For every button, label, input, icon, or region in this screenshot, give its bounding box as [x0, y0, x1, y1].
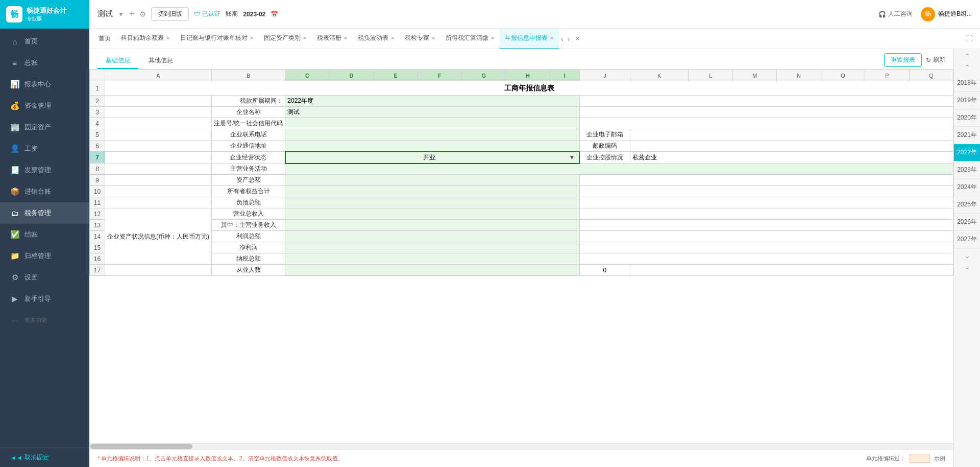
sidebar-item-tax[interactable]: 🗂 税务管理 — [0, 202, 89, 224]
cell-5K[interactable] — [630, 129, 953, 141]
sidebar-item-more[interactable]: ··· 更多功能 — [0, 310, 89, 331]
cell-5C[interactable] — [285, 129, 580, 141]
col-header-Q[interactable]: Q — [909, 70, 953, 81]
tab-prev-button[interactable]: ‹ — [559, 35, 566, 43]
tab-annualreport[interactable]: 年报信息申报表 ✕ — [500, 29, 559, 49]
cell-2C[interactable]: 2022年度 — [285, 96, 580, 107]
cell-6A[interactable] — [105, 141, 212, 152]
old-version-button[interactable]: 切到旧版 — [151, 7, 189, 21]
cell-11A[interactable] — [105, 197, 212, 208]
subtab-other[interactable]: 其他信息 — [140, 53, 181, 69]
cell-8C[interactable] — [285, 164, 953, 175]
cell-10J[interactable] — [579, 186, 953, 197]
year-item-2025[interactable]: 2025年 — [954, 196, 980, 214]
tab-journal-close[interactable]: ✕ — [250, 35, 254, 41]
cell-8A[interactable] — [105, 164, 212, 175]
cell-4A[interactable] — [105, 118, 212, 129]
col-header-A[interactable]: A — [105, 70, 212, 81]
cell-11J[interactable] — [579, 197, 953, 208]
year-down2-button[interactable]: ⌄ — [963, 262, 971, 272]
tab-aux-close[interactable]: ✕ — [166, 35, 170, 41]
year-item-2019[interactable]: 2019年 — [954, 92, 980, 109]
col-header-B[interactable]: B — [212, 70, 285, 81]
col-header-K[interactable]: K — [630, 70, 689, 81]
tab-taxfluc[interactable]: 税负波动表 ✕ — [353, 29, 400, 49]
year-up2-button[interactable]: ⌃ — [963, 62, 971, 73]
cell-17K[interactable] — [630, 265, 953, 276]
tab-aux[interactable]: 科目辅助余额表 ✕ — [116, 29, 175, 49]
sidebar-item-wage[interactable]: 👤 工资 — [0, 138, 89, 159]
cell-11C[interactable] — [285, 197, 580, 208]
tab-journal[interactable]: 日记账与银行对账单核对 ✕ — [175, 29, 259, 49]
add-tab-button[interactable]: + — [129, 9, 135, 19]
col-header-O[interactable]: O — [821, 70, 865, 81]
cell-14C[interactable] — [285, 231, 580, 242]
year-up-button[interactable]: ⌃ — [963, 51, 971, 61]
col-header-J[interactable]: J — [579, 70, 630, 81]
tab-taxfluc-close[interactable]: ✕ — [390, 35, 395, 41]
sidebar-item-guide[interactable]: ▶ 新手引导 — [0, 288, 89, 310]
col-header-M[interactable]: M — [732, 70, 776, 81]
cell-16J[interactable] — [579, 253, 953, 265]
tab-taxform[interactable]: 税表清册 ✕ — [312, 29, 353, 49]
year-item-2022[interactable]: 2022年 — [954, 144, 980, 161]
tab-expand-button[interactable]: ⛶ — [963, 35, 976, 42]
cell-10C[interactable] — [285, 186, 580, 197]
tab-incometax[interactable]: 所得税汇算清缴 ✕ — [440, 29, 500, 49]
year-item-2023[interactable]: 2023年 — [954, 161, 980, 179]
cell-4C[interactable] — [285, 118, 580, 129]
cell-15J[interactable] — [579, 242, 953, 253]
tab-next-button[interactable]: › — [566, 35, 572, 43]
settings-gear-icon[interactable]: ⚙ — [139, 10, 146, 19]
year-item-2026[interactable]: 2026年 — [954, 214, 980, 231]
dropdown-arrow-icon[interactable]: ▼ — [569, 154, 575, 161]
sidebar-item-settings[interactable]: ⚙ 设置 — [0, 267, 89, 288]
year-down-button[interactable]: ⌄ — [963, 250, 971, 261]
cell-3C[interactable]: 测试 — [285, 107, 580, 118]
dropdown-arrow-icon[interactable]: ▼ — [118, 11, 124, 18]
tab-taxform-close[interactable]: ✕ — [344, 35, 348, 41]
sidebar-item-report[interactable]: 📊 报表中心 — [0, 74, 89, 95]
year-item-2024[interactable]: 2024年 — [954, 179, 980, 196]
cancel-fixed-button[interactable]: ◄◄ 取消固定 — [10, 453, 79, 462]
col-header-N[interactable]: N — [777, 70, 821, 81]
cell-4J[interactable] — [579, 118, 953, 129]
year-item-2020[interactable]: 2020年 — [954, 109, 980, 127]
cell-17J[interactable]: 0 — [579, 265, 630, 276]
sidebar-item-ledger[interactable]: ≡ 总账 — [0, 52, 89, 74]
calendar-icon[interactable]: 📅 — [271, 11, 278, 18]
cell-9C[interactable] — [285, 175, 580, 186]
cell-3J[interactable] — [579, 107, 953, 118]
cell-7C-dropdown[interactable]: 开业 ▼ — [285, 152, 580, 164]
sidebar-item-invoice[interactable]: 🧾 发票管理 — [0, 159, 89, 181]
cell-2A[interactable] — [105, 96, 212, 107]
cell-6C[interactable] — [285, 141, 580, 152]
col-header-H[interactable]: H — [506, 70, 550, 81]
tab-home[interactable]: 首页 — [93, 29, 116, 49]
col-header-G[interactable]: G — [461, 70, 505, 81]
cell-15C[interactable] — [285, 242, 580, 253]
col-header-D[interactable]: D — [329, 70, 373, 81]
tab-incometax-close[interactable]: ✕ — [491, 35, 495, 41]
cell-7A[interactable] — [105, 152, 212, 164]
cell-16C[interactable] — [285, 253, 580, 265]
refresh-button[interactable]: ↻ 刷新 — [926, 56, 945, 64]
cell-10A[interactable] — [105, 186, 212, 197]
col-header-I[interactable]: I — [550, 70, 579, 81]
sidebar-item-fund[interactable]: 💰 资金管理 — [0, 95, 89, 116]
cell-13J[interactable] — [579, 220, 953, 231]
sidebar-item-asset[interactable]: 🏢 固定资产 — [0, 116, 89, 138]
cell-5A[interactable] — [105, 129, 212, 141]
cell-9J[interactable] — [579, 175, 953, 186]
cell-13C[interactable] — [285, 220, 580, 231]
cell-7K[interactable]: 私营企业 — [630, 152, 953, 164]
year-item-2027[interactable]: 2027年 — [954, 231, 980, 248]
tab-asset[interactable]: 固定资产类别 ✕ — [259, 29, 312, 49]
cell-9A[interactable] — [105, 175, 212, 186]
year-item-2018[interactable]: 2018年 — [954, 75, 980, 92]
tab-annualreport-close[interactable]: ✕ — [550, 35, 554, 41]
col-header-E[interactable]: E — [374, 70, 418, 81]
cell-12C[interactable] — [285, 208, 580, 220]
cell-2J[interactable] — [579, 96, 953, 107]
tab-close-all-button[interactable]: ✕ — [572, 35, 583, 42]
